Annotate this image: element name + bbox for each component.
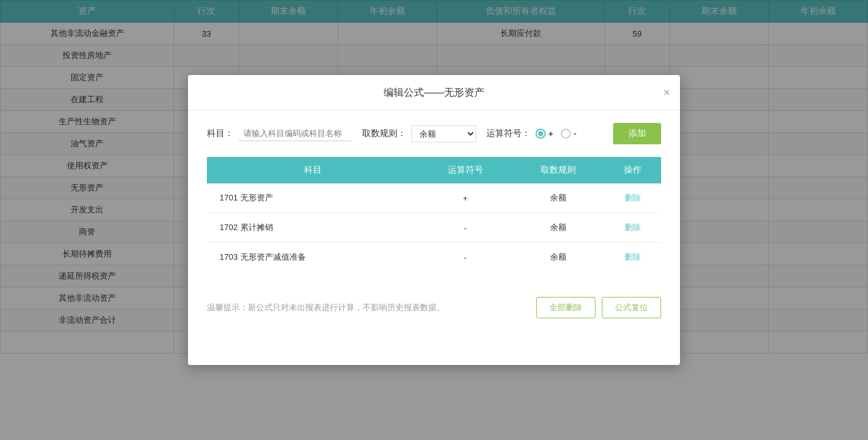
modal-table-row: 1702 累计摊销-余额删除	[207, 213, 661, 243]
modal-table-wrapper: 科目 运算符号 取数规则 操作 1701 无形资产+余额删除1702 累计摊销-…	[188, 157, 680, 272]
delete-link[interactable]: 删除	[625, 252, 641, 262]
row-subject: 1702 累计摊销	[207, 213, 419, 243]
reset-button[interactable]: 公式复位	[602, 297, 661, 318]
modal-footer: 温馨提示：新公式只对未出报表进行计算，不影响历史报表数据。 全部删除 公式复位	[188, 284, 680, 325]
row-rule: 余额	[512, 243, 604, 272]
radio-minus-label: -	[573, 129, 577, 139]
row-operator: +	[419, 183, 512, 213]
footer-tip: 温馨提示：新公式只对未出报表进行计算，不影响历史报表数据。	[207, 302, 445, 313]
modal-overlay: 编辑公式——无形资产 × 科目： 取数规则： 余额 借方发生额 贷方发生额	[0, 0, 868, 440]
inner-col-header-rule: 取数规则	[512, 157, 604, 183]
radio-minus[interactable]: -	[561, 129, 577, 139]
radio-plus-circle	[536, 129, 546, 139]
modal-table-row: 1701 无形资产+余额删除	[207, 183, 661, 213]
modal-dialog: 编辑公式——无形资产 × 科目： 取数规则： 余额 借方发生额 贷方发生额	[188, 75, 680, 365]
modal-close-button[interactable]: ×	[663, 87, 670, 98]
row-operator: -	[419, 243, 512, 272]
modal-title: 编辑公式——无形资产	[384, 86, 484, 100]
row-operator: -	[419, 213, 512, 243]
row-subject: 1703 无形资产减值准备	[207, 243, 419, 272]
radio-plus-label: +	[548, 129, 553, 139]
operator-group: 运算符号： + -	[486, 128, 577, 139]
row-rule: 余额	[512, 183, 604, 213]
inner-col-header-action: 操作	[604, 157, 661, 183]
row-rule: 余额	[512, 213, 604, 243]
row-action: 删除	[604, 243, 661, 272]
modal-table: 科目 运算符号 取数规则 操作 1701 无形资产+余额删除1702 累计摊销-…	[207, 157, 661, 272]
subject-input[interactable]	[238, 126, 352, 141]
modal-form: 科目： 取数规则： 余额 借方发生额 贷方发生额 运算符号：	[188, 110, 680, 157]
rule-select[interactable]: 余额 借方发生额 贷方发生额	[411, 125, 476, 142]
operator-label: 运算符号：	[486, 128, 531, 139]
footer-buttons: 全部删除 公式复位	[536, 297, 661, 318]
rule-select-wrapper: 余额 借方发生额 贷方发生额	[411, 125, 476, 142]
delete-link[interactable]: 删除	[625, 223, 641, 232]
modal-header: 编辑公式——无形资产 ×	[188, 75, 680, 110]
delete-link[interactable]: 删除	[625, 193, 641, 202]
row-action: 删除	[604, 183, 661, 213]
subject-label: 科目：	[207, 128, 233, 139]
inner-col-header-subject: 科目	[207, 157, 419, 183]
delete-all-button[interactable]: 全部删除	[536, 297, 595, 318]
radio-group: + -	[536, 129, 577, 139]
add-button[interactable]: 添加	[613, 123, 661, 144]
row-action: 删除	[604, 213, 661, 243]
inner-col-header-operator: 运算符号	[419, 157, 512, 183]
subject-group: 科目：	[207, 126, 352, 141]
radio-plus[interactable]: +	[536, 129, 553, 139]
radio-minus-circle	[561, 129, 571, 139]
rule-label: 取数规则：	[362, 128, 406, 139]
rule-group: 取数规则： 余额 借方发生额 贷方发生额	[362, 125, 476, 142]
modal-table-row: 1703 无形资产减值准备-余额删除	[207, 243, 661, 272]
row-subject: 1701 无形资产	[207, 183, 419, 213]
